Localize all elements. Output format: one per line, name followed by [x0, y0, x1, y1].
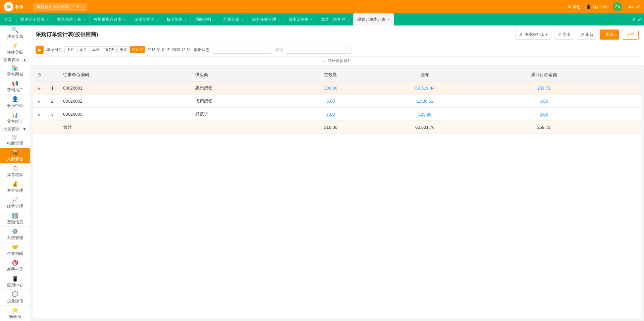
gear-icon[interactable]: ⚙ [37, 72, 42, 77]
tab-function-desc[interactable]: 功能说明 × [191, 13, 219, 25]
row-paid-amount[interactable]: 259.72 [478, 82, 610, 95]
sidebar-item-inventory[interactable]: 📋 库存核算 [0, 164, 30, 179]
row-amount[interactable]: 1,586.52 [372, 95, 478, 108]
sidebar-item-basic-info[interactable]: ℹ️ 基础信息 [0, 211, 30, 227]
close-icon[interactable]: × [347, 18, 349, 21]
sidebar-item-operations[interactable]: 📈 经营管理 [0, 195, 30, 211]
sidebar-label: 会员中心 [7, 103, 23, 109]
member-icon: 👤 [12, 96, 18, 102]
page-title: 采购订单统计表(按供应商) [36, 31, 98, 38]
export-button[interactable]: ↗ 导出 [554, 30, 574, 40]
workspace-label: 母婴行业演示账套 [37, 4, 69, 10]
close-icon[interactable]: × [387, 18, 389, 21]
print-button[interactable]: 🖨 按模板打印 ▾ [515, 30, 551, 40]
close-icon[interactable]: × [311, 18, 313, 21]
sidebar-item-newguide[interactable]: 🎯 新手引导 [0, 258, 30, 274]
filter-date-group: 单据日期 上月 本月 本年 近7天 更多 自定义 2016-01-01 至 20… [46, 46, 191, 53]
tab-home[interactable]: 首页 [0, 13, 16, 25]
nav-close-icon[interactable]: ✕ [632, 17, 636, 22]
tab-invite-downstream[interactable]: 邀请下游客户 × [317, 13, 354, 25]
workspace-selector[interactable]: 母婴行业演示账套 ▾ [34, 3, 87, 11]
tab-overstock[interactable]: 超储预警 × [162, 13, 191, 25]
date-more-btn[interactable]: 更多 [117, 46, 129, 53]
row-amount[interactable]: 60,519.44 [372, 82, 478, 95]
status-filter-label: 单据状态 [194, 47, 210, 53]
sidebar-item-enterprise[interactable]: 🤝 企业协同 [0, 243, 30, 258]
total-extra-cell [610, 121, 641, 134]
date-custom-badge[interactable]: 自定义 [130, 46, 145, 53]
date-last-month-btn[interactable]: 上月 [64, 46, 76, 53]
date-this-year-btn[interactable]: 本年 [90, 46, 102, 53]
print-label: 按模板打印 [524, 32, 544, 38]
sidebar-label: 基础信息 [7, 219, 23, 225]
sidebar-label: 资金管理 [7, 188, 23, 194]
export-icon: ↗ [558, 32, 561, 37]
nav-maximize-icon[interactable]: ⤢ [637, 17, 641, 22]
close-icon[interactable]: × [184, 18, 186, 21]
status-filter-select[interactable] [212, 46, 272, 54]
refresh-button[interactable]: ↺ 刷新 [577, 30, 597, 40]
sidebar-section-retail[interactable]: 零售管理 ▲ [0, 57, 30, 63]
sidebar-item-system[interactable]: ⚙️ 系统管理 [0, 227, 30, 243]
app-download-button[interactable]: 📱 App下载 [586, 4, 607, 10]
refresh-label: 刷新 [585, 32, 593, 38]
sidebar-item-retail-mall[interactable]: 🏪 零售商城 [0, 63, 30, 79]
tab-pick-task[interactable]: 拣货任务管理 × [248, 13, 284, 25]
expand-arrow-icon[interactable]: ▶ [38, 100, 41, 103]
col-extra [610, 68, 641, 82]
tab-config[interactable]: 配置信息 × [219, 13, 248, 25]
expand-arrow-icon[interactable]: ▶ [38, 113, 41, 116]
total-label-cell: 合计 [59, 121, 191, 134]
sidebar-item-vip[interactable]: ⭐ 畅会员 [0, 306, 30, 321]
row-main-qty[interactable]: 6.00 [289, 95, 372, 108]
filter-area: ▶ 单据日期 上月 本月 本年 近7天 更多 自定义 2016-01-01 至 … [36, 43, 639, 56]
finance-icon: 💰 [12, 181, 18, 187]
row-paid-amount[interactable]: 0.00 [478, 95, 610, 108]
row-paid-amount[interactable]: 0.00 [478, 108, 610, 121]
message-label: 消息 [573, 4, 581, 10]
close-icon[interactable]: × [124, 18, 126, 21]
filter-toggle-button[interactable]: ▶ [36, 46, 44, 54]
sidebar-item-retail-stats[interactable]: 📊 零售统计 [0, 110, 30, 126]
tab-collect-dispatch[interactable]: 收发存汇总表 × [16, 13, 53, 25]
sidebar-item-quicknav[interactable]: ⚡ 快捷导航 [0, 41, 30, 57]
sidebar-item-finance[interactable]: 💰 资金管理 [0, 179, 30, 195]
query-button[interactable]: 查询 [600, 30, 619, 40]
close-icon[interactable]: × [83, 18, 85, 21]
row-amount[interactable]: 525.80 [372, 108, 478, 121]
sidebar-item-marketing[interactable]: 📢 营销推广 [0, 79, 30, 95]
row-main-qty[interactable]: 7.00 [289, 108, 372, 121]
sidebar-item-appcenter[interactable]: 📱 应用中心 [0, 274, 30, 290]
sidebar-label: 企业协同 [7, 251, 23, 257]
sidebar-item-wechat[interactable]: 💬 企业微信 [0, 290, 30, 306]
message-button[interactable]: ✉ 消息 [568, 4, 581, 10]
close-icon[interactable]: × [241, 18, 244, 21]
tab-expiry-query[interactable]: 保质期查询 × [130, 13, 163, 25]
expand-more-bar[interactable]: ∨ 展开更多条件 [36, 56, 639, 65]
col-paid-amount: 累计付款金额 [478, 68, 610, 82]
sidebar-item-member[interactable]: 👤 会员中心 [0, 95, 30, 110]
sidebar-item-ecommerce[interactable]: 🛒 电商管理 [0, 132, 30, 148]
row-main-qty[interactable]: 303.00 [289, 82, 372, 95]
sidebar-section-wholesale[interactable]: 批发管理 ▼ [0, 126, 30, 132]
tab-label: 功能说明 [195, 17, 211, 22]
sidebar-item-purchase[interactable]: 📦 采购管理 [0, 148, 30, 164]
close-icon[interactable]: × [213, 18, 215, 21]
close-icon[interactable]: × [47, 18, 49, 21]
expand-arrow-icon[interactable]: ▶ [38, 87, 41, 90]
settings-button[interactable]: 设置 [622, 30, 639, 40]
close-icon[interactable]: × [278, 18, 280, 21]
date-7days-btn[interactable]: 近7天 [103, 46, 117, 53]
tab-purchase-summary[interactable]: 采购订单统计表 × [353, 13, 394, 25]
avatar[interactable]: Ea [613, 2, 622, 11]
goods-filter-input[interactable] [285, 46, 342, 53]
tab-available-stock[interactable]: 可用量库存账本 × [90, 13, 130, 25]
stats-icon: 📊 [12, 112, 18, 118]
more-options-btn[interactable]: … [342, 47, 352, 52]
sidebar-item-search[interactable]: 🔍 搜索菜单 [0, 25, 30, 41]
tab-order-summary[interactable]: 要货单统计表 × [53, 13, 90, 25]
date-this-month-btn[interactable]: 本月 [77, 46, 89, 53]
close-icon[interactable]: × [156, 18, 158, 21]
tab-cost-adjust[interactable]: 成本调整单 × [284, 13, 317, 25]
expand-icon: ∨ [323, 59, 326, 63]
